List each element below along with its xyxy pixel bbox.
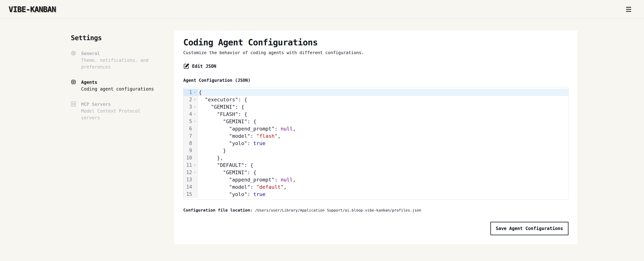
editor-gutter-cell: 3	[184, 103, 198, 111]
editor-line: 10 },	[184, 154, 568, 161]
editor-gutter-cell: 4	[184, 111, 198, 118]
sidebar-item-general-description: Theme, notifications, and preferences	[81, 58, 148, 70]
editor-line: 6 "append_prompt": null,	[184, 125, 568, 132]
line-number: 15	[184, 191, 192, 198]
line-number: 14	[184, 183, 192, 191]
editor-line: 11 "DEFAULT": {	[184, 161, 568, 169]
line-number: 9	[184, 147, 192, 154]
json-code-editor[interactable]: 1{2 "executors": {3 "GEMINI": {4 "FLASH"…	[183, 87, 568, 200]
fold-chevron-icon[interactable]	[192, 98, 197, 101]
code-line-content: "yolo": true	[198, 191, 568, 198]
line-number: 5	[184, 118, 192, 125]
editor-gutter-cell: 1	[184, 89, 198, 96]
sidebar-item-agents-description: Coding agent configurations	[81, 86, 154, 92]
editor-gutter-cell: 7	[184, 132, 198, 140]
editor-gutter-cell: 5	[184, 118, 198, 125]
settings-sidebar: Settings General Theme, notifications, a…	[71, 19, 160, 130]
fold-chevron-icon[interactable]	[192, 113, 197, 116]
sidebar-item-agents-label: Agents	[81, 79, 154, 86]
content-row: Settings General Theme, notifications, a…	[0, 19, 644, 244]
code-line-content: }	[198, 147, 568, 154]
hamburger-menu-icon[interactable]	[626, 5, 634, 14]
file-location-path: /Users/user/Library/Application Support/…	[255, 208, 421, 212]
code-line-content: "model": "default",	[198, 183, 568, 191]
save-agent-configurations-button[interactable]: Save Agent Configurations	[490, 222, 568, 235]
line-number: 4	[184, 111, 192, 118]
code-line-content: {	[198, 89, 568, 96]
line-number: 11	[184, 161, 192, 169]
gear-icon	[71, 51, 76, 56]
editor-line: 9 }	[184, 147, 568, 154]
sidebar-item-mcp-servers[interactable]: MCP Servers Model Context Protocol serve…	[71, 101, 160, 121]
code-line-content: "GEMINI": {	[198, 118, 568, 125]
line-number: 3	[184, 103, 192, 111]
line-number: 12	[184, 169, 192, 176]
app-logo[interactable]: VIBE-KANBAN	[8, 5, 56, 14]
server-icon	[71, 101, 76, 107]
sidebar-item-general-label: General	[81, 50, 160, 57]
editor-line: 12 "GEMINI": {	[184, 169, 568, 176]
cpu-icon	[71, 79, 76, 85]
fold-chevron-icon[interactable]	[192, 120, 197, 123]
code-line-content: "append_prompt": null,	[198, 125, 568, 132]
code-line-content: "DEFAULT": {	[198, 161, 568, 169]
editor-line: 8 "yolo": true	[184, 140, 568, 147]
fold-chevron-icon[interactable]	[192, 164, 197, 166]
code-line-content: "GEMINI": {	[198, 103, 568, 111]
sidebar-item-mcp-label: MCP Servers	[81, 101, 160, 108]
editor-label: Agent Configuration (JSON)	[183, 78, 568, 83]
editor-line: 15 "yolo": true	[184, 191, 568, 198]
line-number: 1	[184, 89, 192, 96]
editor-gutter-cell: 13	[184, 176, 198, 183]
page-subtitle: Customize the behavior of coding agents …	[183, 50, 568, 55]
sidebar-item-general[interactable]: General Theme, notifications, and prefer…	[71, 50, 160, 70]
line-number: 7	[184, 132, 192, 140]
editor-gutter-cell: 11	[184, 161, 198, 169]
fold-chevron-icon[interactable]	[192, 106, 197, 108]
square-pen-icon	[183, 63, 189, 69]
line-number: 13	[184, 176, 192, 183]
fold-chevron-icon[interactable]	[192, 171, 197, 174]
code-line-content: "GEMINI": {	[198, 169, 568, 176]
editor-line: 5 "GEMINI": {	[184, 118, 568, 125]
editor-line: 2 "executors": {	[184, 96, 568, 103]
line-number: 10	[184, 154, 192, 161]
sidebar-item-mcp-description: Model Context Protocol servers	[81, 108, 140, 120]
editor-gutter-cell: 6	[184, 125, 198, 132]
editor-gutter-cell: 8	[184, 140, 198, 147]
sidebar-item-agents[interactable]: Agents Coding agent configurations	[71, 79, 160, 92]
editor-gutter-cell: 10	[184, 154, 198, 161]
editor-gutter-cell: 9	[184, 147, 198, 154]
editor-line: 4 "FLASH": {	[184, 111, 568, 118]
agent-config-card: Coding Agent Configurations Customize th…	[174, 31, 578, 244]
line-number: 2	[184, 96, 192, 103]
code-line-content: },	[198, 154, 568, 161]
line-number: 8	[184, 140, 192, 147]
file-location-label: Configuration file location:	[183, 208, 252, 212]
sidebar-title: Settings	[71, 34, 160, 42]
app-header: VIBE-KANBAN	[0, 0, 644, 19]
page-title: Coding Agent Configurations	[183, 37, 568, 48]
editor-gutter-cell: 15	[184, 191, 198, 198]
fold-chevron-icon[interactable]	[192, 91, 197, 94]
file-location-row: Configuration file location: /Users/user…	[183, 208, 568, 212]
code-line-content: "yolo": true	[198, 140, 568, 147]
code-line-content: "model": "flash",	[198, 132, 568, 140]
editor-line: 14 "model": "default",	[184, 183, 568, 191]
editor-line: 7 "model": "flash",	[184, 132, 568, 140]
editor-gutter-cell: 14	[184, 183, 198, 191]
editor-gutter-cell: 2	[184, 96, 198, 103]
code-line-content: "executors": {	[198, 96, 568, 103]
code-line-content: "append_prompt": null,	[198, 176, 568, 183]
code-line-content: "FLASH": {	[198, 111, 568, 118]
line-number: 6	[184, 125, 192, 132]
editor-line: 3 "GEMINI": {	[184, 103, 568, 111]
edit-json-label: Edit JSON	[192, 64, 216, 69]
editor-line: 1{	[184, 89, 568, 96]
edit-json-button[interactable]: Edit JSON	[183, 63, 216, 69]
editor-line: 13 "append_prompt": null,	[184, 176, 568, 183]
editor-gutter-cell: 12	[184, 169, 198, 176]
